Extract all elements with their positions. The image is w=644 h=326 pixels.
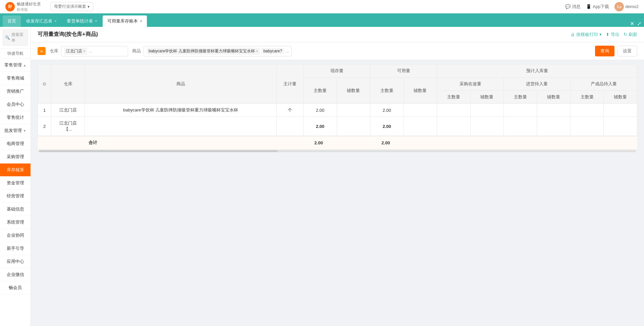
- product-more-btn[interactable]: ...: [285, 49, 289, 53]
- th-warehouse: 仓库: [51, 64, 85, 104]
- cell-goods-main-2: [503, 117, 537, 136]
- sidebar-item-new-guide[interactable]: 新手引导: [0, 242, 31, 255]
- query-btn[interactable]: 查询: [595, 46, 614, 56]
- requisition-stats-tab-label: 要货单统计表: [67, 18, 93, 24]
- product-filter-input[interactable]: babycare学饮杯 儿童防摔防撞吸管杯重力球吸嘴杯宝宝水杯 × babyca…: [144, 46, 292, 56]
- cell-available-main-2: 2.00: [370, 117, 404, 136]
- warehouse-more-btn[interactable]: ...: [89, 49, 92, 53]
- message-btn[interactable]: 💬 消息: [565, 4, 581, 10]
- quick-nav-label: 快捷导航: [7, 51, 23, 56]
- warehouse-filter-group: 仓库 江北门店 × ...: [50, 46, 128, 56]
- data-table-wrapper: ⚙ 仓库 商品 主计量 现存量 可用量 预计入库量 主数量 辅数量: [38, 64, 637, 153]
- close-available-stock-tab[interactable]: ×: [140, 19, 142, 24]
- cell-stock-aux-2: [337, 117, 370, 136]
- sidebar-item-chang-member[interactable]: 畅会员: [0, 281, 31, 294]
- template-selector[interactable]: 母婴行业演示账套 ▾: [50, 2, 93, 11]
- avatar-text: Ea: [617, 5, 622, 9]
- cell-products-main-1: [570, 104, 603, 117]
- template-print-label: 按模板打印: [576, 32, 598, 38]
- export-btn[interactable]: ⬆ 导出: [606, 32, 620, 38]
- remove-warehouse-tag[interactable]: ×: [83, 49, 85, 53]
- tab-home[interactable]: 首页: [3, 15, 21, 27]
- tab-receive-send[interactable]: 收发存汇总表 ×: [21, 15, 61, 27]
- sidebar-item-system-mgmt[interactable]: 系统管理: [0, 216, 31, 229]
- cell-product-1: babycare学饮杯 儿童防摔防撞吸管杯重力球吸嘴杯宝宝水杯: [85, 104, 277, 117]
- retail-stats-label: 零售统计: [7, 114, 24, 121]
- logo-icon: 好: [5, 2, 15, 11]
- cell-products-main-2: [570, 117, 603, 136]
- tab-available-stock[interactable]: 可用量库存账本 ×: [103, 15, 147, 27]
- scrollbar-track: [39, 150, 636, 152]
- quick-nav-btn[interactable]: 快捷导航: [0, 49, 31, 59]
- user-area[interactable]: Ea demo2: [614, 2, 639, 11]
- top-bar-right: 💬 消息 📱 App下载 Ea demo2: [565, 2, 639, 11]
- th-purchased-in-transit: 采购在途量: [437, 78, 504, 91]
- refresh-btn[interactable]: ↻ 刷新: [624, 32, 637, 38]
- cell-purchased-main-2: [437, 117, 470, 136]
- warehouse-filter-input[interactable]: 江北门店 × ...: [61, 46, 128, 56]
- product-tag-2: babycare?: [261, 48, 284, 54]
- sidebar-item-basic-info[interactable]: 基础信息: [0, 203, 31, 216]
- sidebar-item-wholesale-mgmt[interactable]: 批发管理 ▼: [0, 124, 31, 137]
- retail-shop-label: 零售商城: [7, 75, 24, 81]
- cell-goods-aux-1: [537, 104, 570, 117]
- app-download-btn[interactable]: 📱 App下载: [586, 4, 609, 10]
- cell-index-2: 2: [38, 117, 51, 136]
- sidebar-item-marketing[interactable]: 营销推广: [0, 85, 31, 98]
- sidebar-item-operation-mgmt[interactable]: 经营管理: [0, 190, 31, 203]
- print-icon: 🖨: [571, 32, 575, 37]
- sidebar-item-member-center[interactable]: 会员中心: [0, 98, 31, 111]
- sidebar-item-enterprise-collab[interactable]: 企业协同: [0, 229, 31, 242]
- horizontal-scrollbar[interactable]: [38, 149, 637, 153]
- system-mgmt-label: 系统管理: [7, 219, 24, 225]
- close-receive-send-tab[interactable]: ×: [54, 19, 57, 24]
- search-menu-btn[interactable]: 🔍 搜索菜单: [3, 30, 28, 46]
- th-products-aux: 辅数量: [604, 91, 637, 104]
- close-all-tabs-icon[interactable]: ✕: [630, 20, 634, 27]
- sidebar-item-retail-shop[interactable]: 零售商城: [0, 72, 31, 85]
- template-print-btn[interactable]: 🖨 按模板打印 ▾: [571, 32, 602, 38]
- th-available-aux: 辅数量: [404, 78, 437, 104]
- cell-stock-main-2: 2.00: [304, 117, 337, 136]
- cell-stock-aux-1: [337, 104, 370, 117]
- user-label: demo2: [625, 4, 639, 9]
- sidebar-item-ecommerce-mgmt[interactable]: 电商管理: [0, 137, 31, 150]
- tab-requisition-stats[interactable]: 要货单统计表 ×: [62, 15, 102, 27]
- close-requisition-stats-tab[interactable]: ×: [95, 19, 97, 24]
- sidebar-item-finance-mgmt[interactable]: 资金管理: [0, 177, 31, 190]
- sidebar-item-app-center[interactable]: 应用中心: [0, 255, 31, 268]
- sidebar-item-retail-mgmt[interactable]: 零售管理 ▲: [0, 59, 31, 72]
- app-download-label: App下载: [593, 4, 609, 10]
- th-stock-group: 现存量: [304, 64, 370, 78]
- sidebar-item-enterprise-wechat[interactable]: 企业微信: [0, 268, 31, 281]
- sidebar-item-purchase-mgmt[interactable]: 采购管理: [0, 150, 31, 164]
- remove-product-tag-1[interactable]: ×: [256, 49, 258, 53]
- cell-goods-main-1: [503, 104, 537, 117]
- th-goods-main: 主数量: [503, 91, 537, 104]
- inventory-check-label: 库存核算: [7, 167, 24, 173]
- sidebar-item-retail-stats[interactable]: 零售统计: [0, 111, 31, 124]
- th-settings: ⚙: [38, 64, 51, 104]
- expand-icon[interactable]: ⤢: [637, 20, 641, 27]
- scrollbar-thumb[interactable]: [39, 150, 278, 152]
- settings-btn[interactable]: 设置: [617, 46, 637, 56]
- chevron-down-icon: ▾: [599, 32, 602, 37]
- sidebar: 🔍 搜索菜单 快捷导航 零售管理 ▲ 零售商城 营销推广 会员中心 零售统计 批…: [0, 27, 31, 326]
- chang-member-label: 畅会员: [9, 285, 22, 291]
- sidebar-search-area: 🔍 搜索菜单: [0, 27, 31, 49]
- logo-text: 畅捷通好生意 标准版: [17, 1, 41, 12]
- cell-unit-2: [277, 117, 304, 136]
- footer-label: 合计: [85, 140, 275, 146]
- table-settings-icon[interactable]: ⚙: [42, 81, 47, 87]
- product-tag-1: babycare学饮杯 儿童防摔防撞吸管杯重力球吸嘴杯宝宝水杯 ×: [147, 48, 260, 55]
- export-label: 导出: [611, 32, 620, 38]
- sidebar-item-inventory-check[interactable]: 库存核算: [0, 164, 31, 177]
- cell-products-aux-1: [604, 104, 637, 117]
- home-tab-label: 首页: [7, 18, 16, 24]
- th-available-group: 可用量: [370, 64, 437, 78]
- th-product: 商品: [85, 64, 277, 104]
- enterprise-wechat-label: 企业微信: [7, 272, 24, 278]
- page-header: 可用量查询(按仓库+商品) 🖨 按模板打印 ▾ ⬆ 导出 ↻ 刷新: [31, 27, 644, 42]
- filter-expand-btn[interactable]: »: [38, 47, 46, 55]
- refresh-icon: ↻: [624, 32, 627, 37]
